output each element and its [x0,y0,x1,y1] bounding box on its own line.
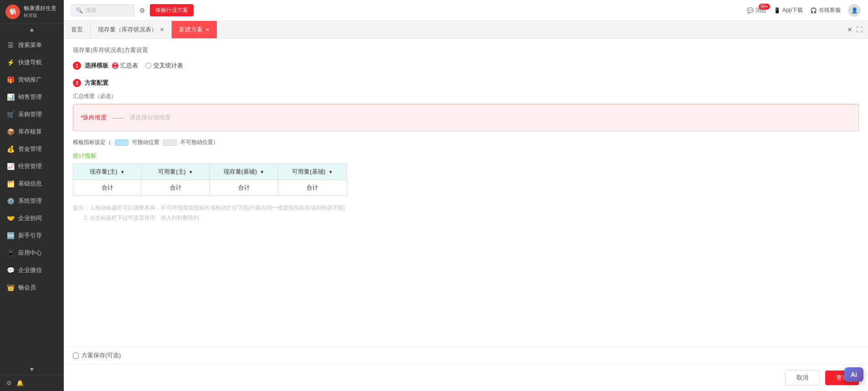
topbar-gear-icon[interactable]: ⚙ [139,7,145,14]
logo-icon: 畅 [5,5,20,19]
dimension-title: 汇总维度（必选） [73,93,859,100]
sidebar-scroll-down[interactable]: ▼ [0,364,64,375]
app-center-icon: 📱 [6,249,15,257]
sidebar-item-newbie[interactable]: 🆕 新手引导 [0,227,64,244]
app-download-link[interactable]: 📱 App下载 [774,6,803,14]
sidebar-item-app-center[interactable]: 📱 应用中心 [0,244,64,262]
sidebar-item-label: 应用中心 [18,249,42,257]
topbar-right: 💬 消息 99+ 📱 App下载 🎧 在线客服 👤 [747,4,861,17]
wechat-icon: 💬 [6,266,15,274]
marketing-icon: 🎁 [6,76,15,84]
tab-home[interactable]: 首页 [64,21,91,38]
sidebar-item-enterprise[interactable]: 🤝 企业协同 [0,210,64,227]
sidebar-item-quick-nav[interactable]: ⚡ 快捷导航 [0,54,64,71]
sidebar-item-basic-info[interactable]: 🗂️ 基础信息 [0,175,64,192]
tab-inventory-close[interactable]: ✕ [160,27,164,33]
basic-info-icon: 🗂️ [6,180,15,188]
save-plan-label: 方案保存(可选) [82,351,121,360]
step1-num: 1 [73,62,81,70]
vertical-label: *纵向维度 [81,113,107,122]
message-badge[interactable]: 💬 消息 99+ [747,6,766,14]
app-name: 畅康通好生意 [24,5,56,12]
sidebar-item-label: 系统管理 [18,197,42,205]
search-icon: 🔍 [76,7,83,14]
avatar[interactable]: 👤 [848,4,861,17]
col-header-1[interactable]: 可用量(主) ▼ [142,164,210,180]
sidebar-item-purchase[interactable]: 🛒 采购管理 [0,106,64,123]
step2-label: 方案配置 [85,79,108,87]
table-header-row: 现存量(主) ▼ 可用量(主) ▼ 现存量(基辅) ▼ 可用量(基辅) [73,164,347,180]
draggable-label: 可拖动位置 [132,139,159,146]
col-header-3[interactable]: 可用量(基辅) ▼ [278,164,347,180]
sidebar: 畅 畅康通好生意 标准版 ▲ ☰ 搜索菜单 ⚡ 快捷导航 🎁 营销推广 📊 销售… [0,0,64,391]
tab-new-plan-close[interactable]: ✕ [205,27,209,33]
app-edition: 标准版 [24,12,56,19]
online-service-link[interactable]: 🎧 在线客服 [810,6,841,14]
step1-label: 选择模板 [85,62,108,70]
col-2-label: 现存量(基辅) [224,168,257,176]
tab-new-plan[interactable]: 新建方案 ✕ [172,21,217,38]
step2-num: 2 [73,79,81,87]
sidebar-item-label: 搜索菜单 [18,41,42,49]
tabs-controls: ✕ ⛶ [847,26,868,33]
tip2: 2. 点击标题栏下拉可设置排序、插入列和删除列 [84,215,199,221]
cell-3: 合计 [278,180,347,196]
sidebar-item-sales[interactable]: 📊 销售管理 [0,88,64,106]
sidebar-item-label: 基础信息 [18,180,42,188]
stats-table: 现存量(主) ▼ 可用量(主) ▼ 现存量(基辅) ▼ 可用量(基辅) [73,164,347,196]
stats-label: 统计指标 [73,152,859,160]
no-drag-label: 不可拖动位置） [180,139,219,146]
sidebar-item-inventory[interactable]: 📦 库存核算 [0,123,64,140]
tab-inventory[interactable]: 现存量（库存状况表） ✕ [91,21,172,38]
col-3-label: 可用量(基辅) [292,168,326,176]
sidebar-item-label: 企业协同 [18,214,42,222]
radio-cross[interactable]: 交叉统计表 [145,62,183,70]
radio-summary-label: 汇总表 [120,62,138,70]
save-plan-checkbox-label[interactable]: 方案保存(可选) [73,351,121,360]
sidebar-item-system[interactable]: ⚙️ 系统管理 [0,192,64,210]
tab-expand-button[interactable]: ⛶ [856,26,863,33]
step1-header: 1 选择模板 汇总表 交叉统计表 [73,62,859,70]
tab-new-plan-label: 新建方案 [179,26,203,34]
sidebar-item-label: 库存核算 [18,128,42,136]
newbie-icon: 🆕 [6,232,15,240]
sidebar-item-wechat[interactable]: 💬 企业微信 [0,262,64,279]
template-radio-group: 汇总表 交叉统计表 [112,62,183,70]
system-icon: ⚙️ [6,197,15,205]
sidebar-item-label: 采购管理 [18,110,42,118]
member-icon: 👑 [6,283,15,292]
phone-icon: 📱 [774,7,781,14]
sidebar-item-operations[interactable]: 📈 经营管理 [0,158,64,175]
ai-float-button[interactable]: Ai [844,367,863,382]
step1-section: 1 选择模板 汇总表 交叉统计表 [73,62,859,70]
audio-icon[interactable]: 🔔 [16,380,24,386]
search-box[interactable]: 🔍 搜索 [71,4,135,16]
col-header-2[interactable]: 现存量(基辅) ▼ [210,164,278,180]
sidebar-item-label: 新手引导 [18,232,42,240]
sidebar-footer: ⚙ 🔔 [0,375,64,391]
radio-summary-circle [112,62,118,69]
sidebar-nav: ☰ 搜索菜单 ⚡ 快捷导航 🎁 营销推广 📊 销售管理 🛒 采购管理 📦 库存核… [0,35,64,364]
online-service-label: 在线客服 [819,6,841,14]
sidebar-scroll-up[interactable]: ▲ [0,24,64,35]
sidebar-item-finance[interactable]: 💰 资金管理 [0,140,64,158]
industry-plan-button[interactable]: 体验行业方案 [150,4,194,16]
sidebar-item-member[interactable]: 👑 畅会员 [0,279,64,296]
cancel-button[interactable]: 取消 [785,370,820,386]
col-2-chevron: ▼ [260,170,264,175]
cell-0: 合计 [73,180,142,196]
search-menu-icon: ☰ [6,41,15,49]
tips-label: 提示： [73,205,89,211]
search-placeholder: 搜索 [86,6,97,14]
col-header-0[interactable]: 现存量(主) ▼ [73,164,142,180]
dimension-area[interactable]: *纵向维度 —— 请选择分组维度 [73,104,859,131]
radio-summary[interactable]: 汇总表 [112,62,138,70]
table-body-row: 合计 合计 合计 合计 [73,180,347,196]
save-plan-checkbox[interactable] [73,353,79,359]
sidebar-item-marketing[interactable]: 🎁 营销推广 [0,71,64,88]
sidebar-item-label: 畅会员 [18,283,36,292]
dim-separator: —— [112,114,124,121]
sidebar-item-search-menu[interactable]: ☰ 搜索菜单 [0,36,64,54]
settings-icon[interactable]: ⚙ [6,380,12,386]
tab-close-button[interactable]: ✕ [847,26,853,33]
